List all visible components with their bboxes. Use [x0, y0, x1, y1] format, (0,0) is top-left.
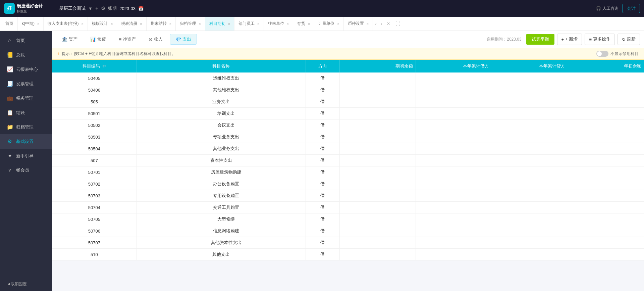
subject-table: 科目编码 ⚙ 科目名称 方向 期初余额 本年累计借方 本年累计贷方 年初余额 5…: [52, 60, 644, 260]
cell-name: 资本性支出: [137, 155, 306, 166]
cell-year: [568, 155, 644, 166]
tab-close-income[interactable]: ×: [81, 22, 83, 26]
tab-close-template[interactable]: ×: [111, 22, 113, 26]
sidebar-item-archive[interactable]: 📁 归档管理: [0, 120, 52, 134]
subtab-expense[interactable]: 💎 支出: [170, 34, 197, 45]
cell-year: [568, 225, 644, 237]
tab-archive[interactable]: 归档管理×: [176, 17, 205, 31]
table-row[interactable]: 50704交通工具购置借: [52, 202, 644, 213]
cell-credit: [492, 190, 568, 202]
tab-close-tax[interactable]: ×: [140, 22, 142, 26]
period-info: 启用期间：2023.03: [487, 37, 521, 42]
table-row[interactable]: 50702办公设备购置借: [52, 178, 644, 190]
cell-year: [568, 190, 644, 202]
cell-dir: 借: [306, 249, 339, 260]
tab-tax[interactable]: 税表清册×: [117, 17, 146, 31]
cell-balance: [339, 72, 416, 84]
tab-prev-button[interactable]: ‹: [373, 21, 379, 27]
sidebar-item-home[interactable]: ⌂ 首页: [0, 34, 52, 48]
table-row[interactable]: 507资本性支出借: [52, 155, 644, 166]
cell-dir: 借: [306, 155, 339, 166]
cell-year: [568, 202, 644, 213]
tab-close-subject[interactable]: ×: [228, 22, 230, 26]
sidebar-item-settings[interactable]: ⚙ 基础设置: [0, 134, 52, 149]
sidebar-item-guide[interactable]: ✦ 新手引导: [0, 149, 52, 163]
table-row[interactable]: 510其他支出借: [52, 249, 644, 260]
tab-dept[interactable]: 部门员工×: [234, 17, 264, 31]
tab-home[interactable]: 首页: [1, 17, 18, 31]
table-row[interactable]: 50701房屋建筑物购建借: [52, 166, 644, 178]
sidebar-item-tax[interactable]: 💼 税务管理: [0, 91, 52, 105]
cell-dir: 借: [306, 96, 339, 108]
account-button[interactable]: 会计: [623, 4, 640, 13]
tab-subject[interactable]: 科目期初×: [205, 17, 234, 31]
tab-period[interactable]: 期末结转×: [147, 17, 176, 31]
table-row[interactable]: 50703专用设备购置借: [52, 190, 644, 202]
cell-debit: [416, 178, 492, 190]
sidebar-footer[interactable]: ◄取消固定: [0, 277, 52, 291]
subtab-income[interactable]: ⊙ 收入: [143, 34, 168, 45]
table-row[interactable]: 50707其他资本性支出借: [52, 237, 644, 249]
table-row[interactable]: 50706信息网络购建借: [52, 225, 644, 237]
help-button[interactable]: 🎧 人工咨询: [596, 6, 619, 11]
subtab-liability[interactable]: 📊 负债: [85, 34, 112, 45]
subtab-net[interactable]: ≡ 净资产: [113, 34, 142, 45]
tab-close-kz[interactable]: ×: [37, 22, 39, 26]
subtab-asset[interactable]: 🏦 资产: [56, 34, 83, 45]
table-row[interactable]: 50406其他维权支出借: [52, 84, 644, 96]
tab-currency[interactable]: 币种设置×: [344, 17, 373, 31]
company-settings-icon[interactable]: ⚙: [101, 5, 105, 11]
table-row[interactable]: 50405运维维权支出借: [52, 72, 644, 84]
table-row[interactable]: 505业务支出借: [52, 96, 644, 108]
table-row[interactable]: 50501培训支出借: [52, 108, 644, 119]
add-button[interactable]: + + 新增: [557, 34, 582, 45]
cell-code: 50406: [52, 84, 137, 96]
refresh-button[interactable]: ↻ 刷新: [618, 34, 640, 45]
sidebar-item-invoice[interactable]: 🧾 发票管理: [0, 77, 52, 91]
asset-icon: 🏦: [62, 37, 67, 42]
table-row[interactable]: 50502会议支出借: [52, 119, 644, 131]
sidebar-label-tax: 税务管理: [16, 95, 34, 101]
tab-next-button[interactable]: ›: [379, 21, 384, 27]
sidebar-footer-label: ◄取消固定: [7, 281, 27, 287]
calendar-icon[interactable]: 📅: [138, 6, 144, 11]
tab-close-unit[interactable]: ×: [287, 22, 289, 26]
tab-close-period[interactable]: ×: [169, 22, 171, 26]
table-row[interactable]: 50504其他业务支出借: [52, 143, 644, 155]
subtab-asset-label: 资产: [69, 36, 77, 42]
tab-unit[interactable]: 往来单位×: [264, 17, 293, 31]
tab-close-dept[interactable]: ×: [257, 22, 259, 26]
sidebar-item-ledger[interactable]: 📒 总账: [0, 48, 52, 62]
tab-measure[interactable]: 计量单位×: [314, 17, 343, 31]
table-row[interactable]: 50705大型修缮借: [52, 213, 644, 225]
tab-fullscreen-button[interactable]: ⛶: [393, 21, 403, 27]
sidebar-label-home: 首页: [16, 38, 25, 44]
cell-credit: [492, 166, 568, 178]
add-company-button[interactable]: +: [95, 5, 98, 11]
more-label: 更多操作: [593, 36, 610, 42]
more-button[interactable]: ≡ 更多操作: [585, 34, 615, 45]
sidebar-item-member[interactable]: V 畅会员: [0, 163, 52, 177]
tab-close-all-button[interactable]: ×: [384, 21, 393, 27]
tab-kz[interactable]: κ(中期)×: [18, 17, 44, 31]
cell-credit: [492, 84, 568, 96]
subtab-income-label: 收入: [154, 36, 163, 42]
tab-income[interactable]: 收入支出表(年报)×: [44, 17, 88, 31]
tab-close-measure[interactable]: ×: [337, 22, 339, 26]
cell-credit: [492, 178, 568, 190]
tab-template[interactable]: 模版设计×: [88, 17, 117, 31]
toggle-switch[interactable]: [596, 51, 608, 57]
sidebar-item-report[interactable]: 📈 云报表中心: [0, 62, 52, 77]
cell-year: [568, 143, 644, 155]
toggle-label: 不显示禁用科目: [610, 51, 639, 57]
tab-close-stock[interactable]: ×: [308, 22, 310, 26]
toolbar-right: 试算平衡 + + 新增 ≡ 更多操作 ↻ 刷新: [526, 34, 640, 45]
sidebar-item-settle[interactable]: 📋 结账: [0, 105, 52, 120]
tab-stock[interactable]: 存货×: [293, 17, 314, 31]
table-row[interactable]: 50503专项业务支出借: [52, 131, 644, 143]
balance-button[interactable]: 试算平衡: [526, 34, 554, 45]
tab-close-currency[interactable]: ×: [367, 22, 369, 26]
gear-icon[interactable]: ⚙: [102, 64, 106, 68]
cell-credit: [492, 143, 568, 155]
tab-close-archive[interactable]: ×: [199, 22, 201, 26]
